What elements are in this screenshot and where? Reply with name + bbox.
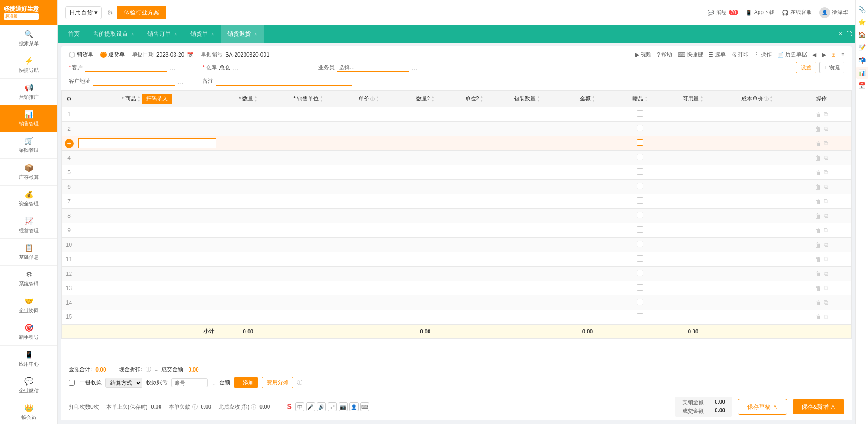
- right-panel-icon-5[interactable]: 📬: [856, 54, 868, 66]
- row-pkg-qty-cell[interactable]: [497, 238, 557, 252]
- row-amount-cell[interactable]: [557, 194, 618, 209]
- operations-link[interactable]: ⋮ 操作: [754, 51, 772, 58]
- row-cost-price-cell[interactable]: [723, 194, 791, 209]
- bottom-icon-s[interactable]: S: [284, 402, 293, 411]
- copy-icon[interactable]: ⧉: [824, 125, 828, 133]
- row-unit2-cell[interactable]: [452, 223, 497, 238]
- sidebar-item-inventory[interactable]: 📦 库存核算: [0, 159, 57, 186]
- row-price-cell[interactable]: [339, 238, 399, 252]
- delete-icon[interactable]: 🗑: [815, 241, 821, 248]
- right-panel-icon-1[interactable]: 📎: [856, 4, 868, 15]
- save-new-btn[interactable]: 保存&新增 ∧: [793, 399, 844, 414]
- row-available-cell[interactable]: [663, 295, 723, 310]
- row-unit-cell[interactable]: [278, 267, 339, 281]
- add-row-btn[interactable]: +: [65, 139, 74, 148]
- row-price-cell[interactable]: [339, 122, 399, 136]
- row-qty2-cell[interactable]: [399, 107, 452, 122]
- sidebar-item-search[interactable]: 🔍 搜索菜单: [0, 25, 57, 52]
- row-qty-cell[interactable]: [218, 107, 278, 122]
- row-qty2-cell[interactable]: [399, 267, 452, 281]
- row-qty2-cell[interactable]: [399, 281, 452, 295]
- row-available-cell[interactable]: [663, 310, 723, 324]
- tab-sales-delivery[interactable]: 销货单 ✕: [184, 25, 221, 43]
- logistics-btn[interactable]: + 物流: [819, 62, 844, 73]
- row-gift-cell[interactable]: [618, 122, 663, 136]
- row-pkg-qty-cell[interactable]: [497, 151, 557, 165]
- tab-sales-return[interactable]: 销货退货 ✕: [221, 25, 264, 43]
- gift-checkbox[interactable]: [637, 125, 643, 131]
- row-price-cell[interactable]: [339, 165, 399, 180]
- row-pkg-qty-cell[interactable]: [497, 281, 557, 295]
- gift-checkbox[interactable]: [637, 183, 643, 189]
- gift-checkbox[interactable]: [637, 255, 643, 262]
- row-cost-price-cell[interactable]: [723, 165, 791, 180]
- copy-icon[interactable]: ⧉: [824, 139, 828, 147]
- row-amount-cell[interactable]: [557, 136, 618, 151]
- row-gift-cell[interactable]: [618, 180, 663, 194]
- row-qty-cell[interactable]: [218, 310, 278, 324]
- row-qty-cell[interactable]: [218, 267, 278, 281]
- row-qty-cell[interactable]: [218, 281, 278, 295]
- settlement-method-select[interactable]: 结算方式: [105, 378, 142, 388]
- industry-selector[interactable]: 日用百货 ▾: [65, 6, 102, 19]
- row-goods-cell[interactable]: [76, 122, 218, 136]
- row-qty-cell[interactable]: [218, 151, 278, 165]
- row-goods-cell[interactable]: [76, 180, 218, 194]
- tab-sales-order[interactable]: 销售订单 ✕: [141, 25, 184, 43]
- app-download-item[interactable]: 📱 App下载: [745, 9, 774, 16]
- row-amount-cell[interactable]: [557, 252, 618, 267]
- copy-icon[interactable]: ⧉: [824, 168, 828, 176]
- scan-btn[interactable]: 扫码录入: [142, 94, 172, 104]
- row-amount-cell[interactable]: [557, 310, 618, 324]
- warehouse-select-dots[interactable]: ...: [233, 64, 239, 72]
- one-click-collect-checkbox[interactable]: [69, 380, 75, 386]
- sidebar-item-basic[interactable]: 📋 基础信息: [0, 239, 57, 266]
- row-qty-cell[interactable]: [218, 209, 278, 223]
- calendar-icon[interactable]: 📅: [187, 52, 193, 58]
- sidebar-item-system[interactable]: ⚙ 系统管理: [0, 266, 57, 292]
- row-goods-cell[interactable]: [76, 194, 218, 209]
- row-qty-cell[interactable]: [218, 252, 278, 267]
- row-qty2-cell[interactable]: [399, 238, 452, 252]
- gift-checkbox[interactable]: [637, 110, 643, 117]
- row-available-cell[interactable]: [663, 223, 723, 238]
- row-goods-cell[interactable]: [76, 238, 218, 252]
- gift-checkbox[interactable]: [637, 313, 643, 319]
- tab-home[interactable]: 首页: [61, 25, 86, 43]
- row-price-cell[interactable]: [339, 252, 399, 267]
- row-pkg-qty-cell[interactable]: [497, 209, 557, 223]
- row-available-cell[interactable]: [663, 252, 723, 267]
- row-price-cell[interactable]: [339, 180, 399, 194]
- row-cost-price-cell[interactable]: [723, 281, 791, 295]
- tab-price-close-icon[interactable]: ✕: [131, 32, 134, 37]
- right-panel-icon-3[interactable]: 🏠: [856, 29, 868, 41]
- row-qty-cell[interactable]: [218, 194, 278, 209]
- row-qty-cell[interactable]: [218, 295, 278, 310]
- row-qty-cell[interactable]: [218, 122, 278, 136]
- row-available-cell[interactable]: [663, 136, 723, 151]
- row-unit2-cell[interactable]: [452, 267, 497, 281]
- row-gift-cell[interactable]: [618, 223, 663, 238]
- row-cost-price-cell[interactable]: [723, 223, 791, 238]
- tab-close-all-icon[interactable]: ✕: [838, 31, 843, 37]
- row-price-cell[interactable]: [339, 267, 399, 281]
- row-amount-cell[interactable]: [557, 122, 618, 136]
- row-price-cell[interactable]: [339, 295, 399, 310]
- row-available-cell[interactable]: [663, 209, 723, 223]
- bottom-icon-keyboard[interactable]: ⌨: [360, 402, 369, 411]
- sidebar-item-purchase[interactable]: 🛒 采购管理: [0, 132, 57, 159]
- row-qty2-cell[interactable]: [399, 310, 452, 324]
- row-unit-cell[interactable]: [278, 310, 339, 324]
- notification-item[interactable]: 💬 消息 70: [708, 9, 738, 16]
- col-gear[interactable]: ⚙: [62, 91, 76, 107]
- row-unit-cell[interactable]: [278, 281, 339, 295]
- row-unit-cell[interactable]: [278, 136, 339, 151]
- row-price-cell[interactable]: [339, 107, 399, 122]
- right-panel-icon-7[interactable]: 📅: [856, 80, 868, 91]
- row-goods-cell[interactable]: [76, 107, 218, 122]
- row-price-cell[interactable]: [339, 151, 399, 165]
- row-unit-cell[interactable]: [278, 165, 339, 180]
- salesperson-select-dots[interactable]: ...: [411, 64, 417, 72]
- row-goods-cell[interactable]: [76, 165, 218, 180]
- header-gear-icon[interactable]: ⚙: [107, 9, 113, 16]
